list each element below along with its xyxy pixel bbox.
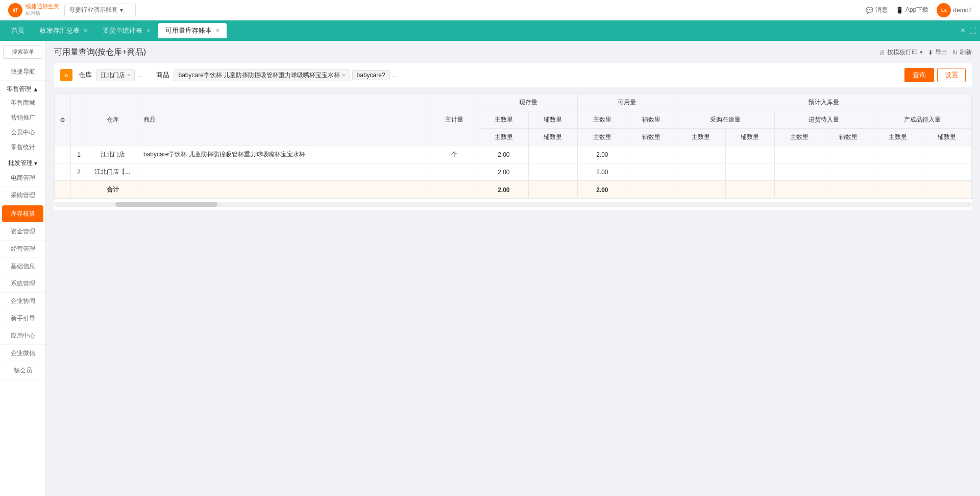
horizontal-scrollbar[interactable] (54, 202, 972, 207)
logo-sub: 标准版 (26, 10, 59, 17)
avatar: Ea (937, 3, 951, 17)
sidebar-item-retail-mgmt[interactable]: 零售管理 ▲ (0, 81, 45, 96)
warehouse-tag-1[interactable]: 江北门店 × (96, 69, 135, 81)
app-download-btn[interactable]: 📱 App下载 (896, 6, 928, 14)
product-tag-text: babycare学饮杯 儿童防摔防撞吸管杯重力球吸嘴杯宝宝水杯 (178, 71, 340, 80)
sidebar-item-app-center[interactable]: 应用中心 (0, 327, 45, 345)
production-aux-header: 辅数里 (922, 129, 972, 146)
product-tag-close[interactable]: × (342, 72, 345, 78)
tab-receipts[interactable]: 收发存汇总表 × (33, 23, 94, 38)
sidebar-search-area: 搜索菜单 (0, 41, 45, 63)
row1-settings (55, 146, 71, 163)
tab-receipts-close[interactable]: × (84, 27, 87, 34)
sidebar-item-enterprise-collab[interactable]: 企业协同 (0, 293, 45, 310)
product-label: 商品 (156, 70, 169, 80)
available-aux-header: 辅数里 (627, 111, 676, 129)
data-table: ⚙ 仓库 商品 主计量 现存量 可用量 预计入库量 主数里 辅数里 主数里 (54, 93, 972, 199)
sidebar-retail-mgmt-label: 零售管理 (7, 85, 31, 93)
warehouse-tags: 江北门店 × ... (96, 69, 142, 81)
tab-available-stock[interactable]: 可用量库存账本 × (158, 23, 227, 38)
username-label: demo2 (953, 7, 972, 14)
tab-purchase-stats-close[interactable]: × (146, 27, 150, 34)
query-btn[interactable]: 查询 (904, 68, 934, 82)
row1-available-aux (627, 146, 676, 163)
tab-purchase-stats[interactable]: 要货单统计表 × (95, 23, 157, 38)
row2-incoming-aux (824, 163, 873, 181)
tab-home-label: 首页 (11, 26, 24, 35)
message-btn[interactable]: 💬 消息 (866, 6, 888, 14)
tab-fullscreen-btn[interactable]: ⛶ (969, 27, 976, 35)
tab-purchase-stats-label: 要货单统计表 (103, 26, 142, 35)
logo-icon: 好 (8, 3, 22, 17)
row1-purchase-main (676, 146, 725, 163)
available-aux-header2: 辅数里 (627, 129, 676, 146)
product-tags: babycare学饮杯 儿童防摔防撞吸管杯重力球吸嘴杯宝宝水杯 × babyca… (174, 69, 397, 81)
sidebar-item-ecommerce[interactable]: 电商管理 (0, 170, 45, 187)
message-icon: 💬 (866, 7, 873, 14)
row2-incoming-main (775, 163, 824, 181)
export-btn[interactable]: ⬇ 导出 (928, 48, 947, 57)
sidebar-item-basic-info[interactable]: 基础信息 (0, 258, 45, 275)
warehouse-tag-close[interactable]: × (127, 72, 130, 78)
top-bar-right: 💬 消息 📱 App下载 Ea demo2 (866, 3, 972, 17)
sidebar-wholesale-label: 批发管理 (8, 159, 33, 168)
sidebar-item-member-center[interactable]: 会员中心 (0, 125, 45, 140)
row1-purchase-aux (725, 146, 774, 163)
tab-bar-right: × ⛶ (961, 26, 976, 35)
footer-purchase-aux (725, 181, 774, 199)
footer-stock-main: 2.00 (479, 181, 528, 199)
app-label: App下载 (905, 6, 928, 14)
col-available-header: 可用量 (578, 94, 676, 111)
page-header: 可用量查询(按仓库+商品) 🖨 按模板打印 ▾ ⬇ 导出 ↻ 刷新 (54, 47, 972, 58)
col-product-header: 商品 (138, 94, 430, 146)
product-tag-1[interactable]: babycare学饮杯 儿童防摔防撞吸管杯重力球吸嘴杯宝宝水杯 × (174, 69, 350, 81)
purchase-main-header: 主数里 (676, 129, 725, 146)
sidebar-item-retail-stats[interactable]: 零售统计 (0, 140, 45, 155)
settings-icon[interactable]: ⚙ (60, 116, 65, 124)
table-row: 1 江北门店 babycare学饮杯 儿童防摔防撞吸管杯重力球吸嘴杯宝宝水杯 个… (55, 146, 972, 163)
production-sub-header: 产成品待入量 (873, 111, 972, 129)
sidebar-item-wholesale-mgmt[interactable]: 批发管理 ▾ (0, 155, 45, 170)
sidebar-item-enterprise-wechat[interactable]: 企业微信 (0, 345, 45, 362)
footer-available-aux (627, 181, 676, 199)
sidebar-item-vip-member[interactable]: 畅会员 (0, 362, 45, 380)
scrollbar-thumb[interactable] (115, 202, 217, 207)
sidebar-item-quick-nav[interactable]: 快捷导航 (0, 63, 45, 81)
print-label: 按模板打印 (887, 48, 918, 57)
row2-warehouse: 江北门店【... (87, 163, 138, 181)
sidebar-item-purchase[interactable]: 采购管理 (0, 187, 45, 204)
footer-purchase-main (676, 181, 725, 199)
purchase-aux-header: 辅数里 (725, 129, 774, 146)
col-stock-header: 现存量 (479, 94, 578, 111)
tab-home[interactable]: 首页 (4, 23, 32, 38)
industry-selector[interactable]: 母婴行业演示账套 ▾ (64, 4, 136, 16)
product-tag-2: babycare? (352, 70, 390, 80)
user-area[interactable]: Ea demo2 (937, 3, 972, 17)
sidebar-item-ops[interactable]: 经营管理 (0, 241, 45, 258)
sidebar-item-stock-check[interactable]: 库存核算 (2, 205, 43, 222)
sidebar-item-retail-mall[interactable]: 零售商城 (0, 96, 45, 110)
sidebar-item-marketing[interactable]: 营销推广 (0, 110, 45, 125)
content-area: 可用量查询(按仓库+商品) 🖨 按模板打印 ▾ ⬇ 导出 ↻ 刷新 » (46, 41, 980, 496)
sidebar-item-new-guide[interactable]: 新手引导 (0, 310, 45, 327)
tab-close-all-btn[interactable]: × (961, 26, 965, 35)
product-ellipsis: ... (392, 72, 397, 79)
sidebar-item-system[interactable]: 系统管理 (0, 275, 45, 293)
footer-production-main (873, 181, 922, 199)
setting-btn[interactable]: 设置 (937, 68, 966, 82)
sidebar-search-btn[interactable]: 搜索菜单 (3, 45, 42, 59)
footer-available-main: 2.00 (578, 181, 627, 199)
row1-warehouse: 江北门店 (87, 146, 138, 163)
sidebar-item-finance[interactable]: 资金管理 (0, 223, 45, 241)
tab-available-stock-close[interactable]: × (216, 27, 219, 34)
filter-toggle-btn[interactable]: » (60, 69, 72, 81)
refresh-btn[interactable]: ↻ 刷新 (952, 48, 972, 57)
row1-product: babycare学饮杯 儿童防摔防撞吸管杯重力球吸嘴杯宝宝水杯 (138, 146, 430, 163)
print-btn[interactable]: 🖨 按模板打印 ▾ (879, 48, 923, 57)
warehouse-label: 仓库 (79, 70, 92, 80)
row1-stock-main: 2.00 (479, 146, 528, 163)
available-main-header: 主数里 (578, 111, 627, 129)
tab-receipts-label: 收发存汇总表 (40, 26, 80, 35)
row1-unit: 个 (430, 146, 479, 163)
row2-purchase-main (676, 163, 725, 181)
